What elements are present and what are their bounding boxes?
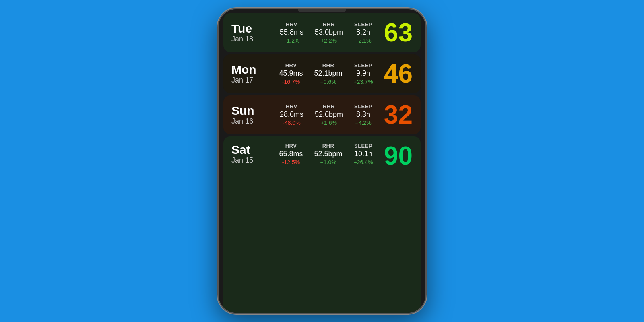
sleep-value-tue: 8.2h <box>356 28 370 37</box>
hrv-value-sat: 65.8ms <box>279 150 303 158</box>
score-section-tue: 63 <box>380 20 413 45</box>
day-name-sun: Sun <box>231 104 272 117</box>
metric-sleep-sat: SLEEP 10.1h +26.4% <box>354 143 373 165</box>
metric-hrv-mon: HRV 45.9ms -16.7% <box>279 62 303 85</box>
sleep-label-tue: SLEEP <box>354 21 372 27</box>
hrv-label-tue: HRV <box>286 21 297 27</box>
hrv-label-sat: HRV <box>285 143 297 149</box>
day-date-mon: Jan 17 <box>231 76 272 85</box>
day-date-sun: Jan 16 <box>231 117 272 126</box>
metric-rhr-sat: RHR 52.5bpm +1.0% <box>314 143 343 165</box>
rhr-value-mon: 52.1bpm <box>314 69 343 78</box>
day-name-tue: Tue <box>231 22 272 35</box>
date-section-tue: Tue Jan 18 <box>231 22 272 43</box>
rhr-label-sun: RHR <box>323 103 335 109</box>
metric-rhr-mon: RHR 52.1bpm +0.6% <box>314 62 343 85</box>
day-name-sat: Sat <box>231 143 272 156</box>
metrics-sat: HRV 65.8ms -12.5% RHR 52.5bpm +1.0% SLEE… <box>272 143 380 165</box>
phone-frame: Tue Jan 18 HRV 55.8ms +1.2% RHR 53.0bpm … <box>217 8 427 314</box>
metrics-mon: HRV 45.9ms -16.7% RHR 52.1bpm +0.6% SLEE… <box>272 62 380 85</box>
hrv-value-tue: 55.8ms <box>280 28 303 37</box>
day-card-mon[interactable]: Mon Jan 17 HRV 45.9ms -16.7% RHR 52.1bpm… <box>223 54 421 93</box>
hrv-label-mon: HRV <box>285 62 297 68</box>
rhr-value-sat: 52.5bpm <box>314 150 343 158</box>
sleep-label-sat: SLEEP <box>354 143 372 149</box>
score-mon: 46 <box>384 61 413 87</box>
metric-sleep-sun: SLEEP 8.3h +4.2% <box>354 103 372 126</box>
metric-rhr-sun: RHR 52.6bpm +1.6% <box>315 103 343 126</box>
day-card-tue[interactable]: Tue Jan 18 HRV 55.8ms +1.2% RHR 53.0bpm … <box>223 13 421 52</box>
rhr-label-tue: RHR <box>323 21 335 27</box>
hrv-change-sun: -48.0% <box>283 120 300 126</box>
sleep-change-sun: +4.2% <box>355 120 372 126</box>
hrv-label-sun: HRV <box>286 103 297 109</box>
sleep-value-sat: 10.1h <box>354 150 372 158</box>
day-card-sun[interactable]: Sun Jan 16 HRV 28.6ms -48.0% RHR 52.6bpm… <box>223 95 421 134</box>
score-sat: 90 <box>384 143 413 169</box>
rhr-change-sun: +1.6% <box>321 120 337 126</box>
rhr-change-sat: +1.0% <box>320 159 336 165</box>
hrv-change-mon: -16.7% <box>282 78 300 85</box>
score-sun: 32 <box>384 102 413 128</box>
sleep-value-mon: 9.9h <box>356 69 370 78</box>
score-section-sun: 32 <box>380 102 413 128</box>
sleep-value-sun: 8.3h <box>356 110 370 119</box>
score-section-mon: 46 <box>380 61 413 87</box>
metric-rhr-tue: RHR 53.0bpm +2.2% <box>315 21 343 44</box>
rhr-label-sat: RHR <box>322 143 334 149</box>
day-date-tue: Jan 18 <box>231 35 272 43</box>
sleep-change-sat: +26.4% <box>354 159 373 165</box>
score-section-sat: 90 <box>380 143 413 169</box>
day-name-mon: Mon <box>231 63 272 76</box>
date-section-mon: Mon Jan 17 <box>231 63 272 85</box>
hrv-change-tue: +1.2% <box>283 37 299 44</box>
metric-hrv-sat: HRV 65.8ms -12.5% <box>279 143 303 165</box>
hrv-change-sat: -12.5% <box>282 159 300 165</box>
sleep-change-tue: +2.1% <box>355 37 372 44</box>
hrv-value-mon: 45.9ms <box>279 69 303 78</box>
rhr-value-tue: 53.0bpm <box>315 28 343 37</box>
day-date-sat: Jan 15 <box>231 156 272 165</box>
metric-hrv-sun: HRV 28.6ms -48.0% <box>280 103 303 126</box>
metric-hrv-tue: HRV 55.8ms +1.2% <box>280 21 303 44</box>
date-section-sun: Sun Jan 16 <box>231 104 272 126</box>
rhr-change-tue: +2.2% <box>321 37 337 44</box>
metric-sleep-mon: SLEEP 9.9h +23.7% <box>354 62 373 85</box>
rhr-label-mon: RHR <box>322 62 334 68</box>
screen: Tue Jan 18 HRV 55.8ms +1.2% RHR 53.0bpm … <box>219 9 425 313</box>
metric-sleep-tue: SLEEP 8.2h +2.1% <box>354 21 372 44</box>
rhr-change-mon: +0.6% <box>320 78 336 85</box>
metrics-sun: HRV 28.6ms -48.0% RHR 52.6bpm +1.6% SLEE… <box>272 103 380 126</box>
sleep-label-sun: SLEEP <box>354 103 372 109</box>
side-button-power <box>426 74 427 99</box>
rhr-value-sun: 52.6bpm <box>315 110 343 119</box>
sleep-change-mon: +23.7% <box>354 78 373 85</box>
side-button-volume <box>217 66 218 78</box>
day-card-sat[interactable]: Sat Jan 15 HRV 65.8ms -12.5% RHR 52.5bpm… <box>223 136 421 313</box>
score-tue: 63 <box>384 20 413 45</box>
sleep-label-mon: SLEEP <box>354 62 372 68</box>
hrv-value-sun: 28.6ms <box>280 110 303 119</box>
date-section-sat: Sat Jan 15 <box>231 143 272 165</box>
metrics-tue: HRV 55.8ms +1.2% RHR 53.0bpm +2.2% SLEEP… <box>272 21 380 44</box>
